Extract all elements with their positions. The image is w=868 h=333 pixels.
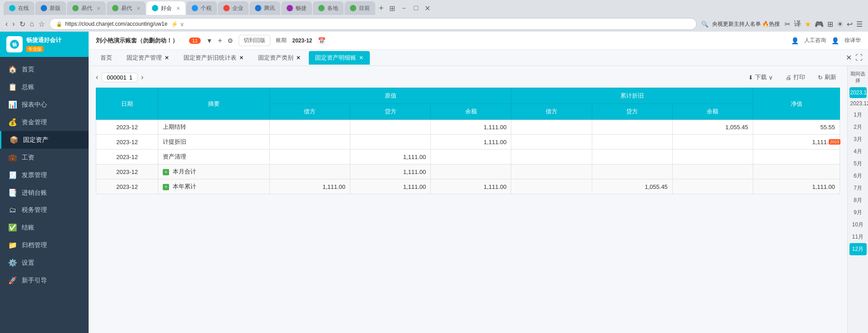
reload-button[interactable]: ↻ [19, 20, 25, 28]
period-item-aug[interactable]: 8月 [849, 194, 867, 206]
sidebar-item-invoice[interactable]: 🧾 发票管理 [0, 166, 89, 184]
period-item-jan[interactable]: 1月 [849, 109, 867, 121]
browser-tab-yidai1[interactable]: 易代 ✕ [67, 1, 106, 15]
tab-grid-icon[interactable]: ⊞ [387, 4, 397, 13]
sidebar-item-home[interactable]: 🏠 首页 [0, 61, 89, 78]
sidebar-item-settings[interactable]: ⚙️ 设置 [0, 254, 89, 272]
th-summary: 摘要 [158, 88, 270, 120]
summary-icon-4: + [163, 184, 169, 190]
calendar-icon[interactable]: 📅 [318, 37, 326, 44]
back-button[interactable]: ‹ [5, 20, 8, 28]
browser-tab-geshui[interactable]: 个税 [186, 1, 217, 15]
switch-version-button[interactable]: 切到旧版 [239, 35, 270, 46]
forward-button[interactable]: › [12, 20, 14, 28]
url-input[interactable]: 🔒 https://cloud.chanjet.com/accounting/u… [49, 18, 696, 30]
period-item-2023-12-2[interactable]: 2023.12 [849, 98, 867, 109]
period-item-oct[interactable]: 10月 [849, 219, 867, 231]
period-item-apr[interactable]: 4月 [849, 145, 867, 158]
sidebar-item-ledger[interactable]: 📋 总账 [0, 78, 89, 96]
add-account-button[interactable]: + [218, 37, 222, 45]
sidebar-item-tax[interactable]: 🗂 税务管理 [0, 202, 89, 219]
tab-depreciation-stat[interactable]: 固定资产折旧统计表 ✕ [177, 51, 250, 65]
grid-icon[interactable]: ⊞ [827, 20, 833, 28]
period-item-may[interactable]: 5月 [849, 158, 867, 170]
star-icon[interactable]: ★ [805, 20, 811, 28]
sidebar-label-archive: 归档管理 [22, 241, 47, 249]
browser-tab-new[interactable]: 新版 [35, 1, 66, 15]
period-item-sep[interactable]: 9月 [849, 206, 867, 219]
browser-tab-haokuaiji[interactable]: 好会 ✕ [146, 1, 185, 15]
refresh-button[interactable]: ↻ 刷新 [814, 71, 840, 83]
sidebar-item-fixed-assets[interactable]: 📦 固定资产 [0, 131, 89, 149]
cell-summary-2: 资产清理 [158, 150, 270, 164]
period-item-mar[interactable]: 3月 [849, 133, 867, 145]
sidebar-item-guide[interactable]: 🚀 新手引导 [0, 272, 89, 289]
tab-fixed-asset-mgmt[interactable]: 固定资产管理 ✕ [120, 51, 175, 65]
brightness-icon[interactable]: ☀ [837, 20, 843, 28]
cell-orig-debit-1 [269, 135, 350, 150]
browser-tab-qiye[interactable]: 企业 [218, 1, 249, 15]
tab-close-fixed-asset-ledger[interactable]: ✕ [359, 55, 363, 61]
bookmark-button[interactable]: ☆ [38, 20, 45, 28]
prev-page-btn[interactable]: ‹ [96, 73, 98, 81]
help-btn[interactable]: 人工咨询 [804, 37, 826, 44]
sidebar-item-reports[interactable]: 📊 报表中心 [0, 96, 89, 113]
brand-edition: 专业版 [26, 44, 61, 52]
period-item-jul[interactable]: 7月 [849, 182, 867, 194]
close-window-btn[interactable]: ✕ [846, 53, 852, 62]
sidebar-item-archive[interactable]: 📁 归档管理 [0, 236, 89, 254]
browser-tab-tencent[interactable]: 腾讯 [250, 1, 280, 15]
period-item-dec[interactable]: 12月 [849, 243, 867, 255]
browser-tab-gedi[interactable]: 各地 [313, 1, 344, 15]
tab-close-depreciation-stat[interactable]: ✕ [239, 55, 244, 61]
search-box[interactable]: 🔍 央视更新主持人名单 🔥热搜 [701, 20, 780, 28]
game-icon[interactable]: 🎮 [815, 20, 824, 28]
browser-tab-changjie[interactable]: 畅捷 [281, 1, 312, 15]
download-button[interactable]: ⬇ 下载 ∨ [745, 71, 777, 83]
period-item-jun[interactable]: 6月 [849, 170, 867, 182]
period-item-2023-12-top[interactable]: 2023.12 [849, 87, 867, 98]
cell-acc-credit-2 [592, 150, 672, 164]
cell-net-value-3 [753, 164, 840, 179]
tab-close-fixed-asset-category[interactable]: ✕ [296, 55, 301, 61]
cell-acc-debit-0 [511, 120, 592, 135]
tab-close-icon[interactable]: ✕ [97, 6, 100, 11]
translate-icon[interactable]: 译 [794, 19, 801, 29]
tab-close-fixed-asset-mgmt[interactable]: ✕ [165, 55, 169, 61]
sidebar-item-finance[interactable]: 💰 资金管理 [0, 113, 89, 131]
tab-fixed-asset-category[interactable]: 固定资产类别 ✕ [252, 51, 307, 65]
sidebar-item-payroll[interactable]: 💼 工资 [0, 149, 89, 166]
table-row: 2023-12 计提折旧 1,111.00 1,111.00 2023 [96, 135, 840, 150]
browser-tab-online[interactable]: 在线 [4, 1, 34, 15]
account-num-badge: 11 [189, 38, 201, 44]
tab-home[interactable]: 首页 [94, 51, 118, 65]
tab-close-icon2[interactable]: ✕ [137, 6, 140, 11]
undo-icon[interactable]: ↩ [847, 20, 853, 28]
cell-orig-debit-0 [269, 120, 350, 135]
cell-orig-balance-3 [431, 164, 511, 179]
period-item-nov[interactable]: 11月 [849, 231, 867, 243]
print-button[interactable]: 🖨 打印 [782, 71, 809, 83]
next-page-btn[interactable]: › [141, 73, 143, 81]
sidebar-item-purchase-sales[interactable]: 📑 进销台账 [0, 184, 89, 202]
settings-button[interactable]: ⚙ [227, 37, 233, 44]
tab-fixed-asset-ledger[interactable]: 固定资产明细账 ✕ [309, 51, 370, 65]
browser-tab-mubiao[interactable]: 目前 [344, 1, 375, 15]
period-item-feb[interactable]: 2月 [849, 121, 867, 133]
maximize-icon[interactable]: □ [411, 4, 421, 12]
menu-icon[interactable]: ☰ [856, 20, 863, 28]
cell-orig-balance-2 [431, 150, 511, 164]
close-icon[interactable]: ✕ [422, 4, 433, 13]
tab-close-active-icon[interactable]: ✕ [176, 6, 180, 11]
home-button[interactable]: ⌂ [30, 20, 34, 28]
browser-tab-yidai2[interactable]: 易代 ✕ [107, 1, 146, 15]
sidebar-item-closing[interactable]: ✅ 结账 [0, 219, 89, 236]
dropdown-button[interactable]: ▼ [206, 37, 212, 44]
expand-window-btn[interactable]: ⛶ [855, 54, 863, 62]
table-row: 2023-12 上期结转 1,111.00 1,055.45 55.55 [96, 120, 840, 135]
scissors-icon[interactable]: ✂ [784, 20, 790, 28]
minimize-icon[interactable]: － [398, 4, 410, 13]
new-tab-button[interactable]: + [376, 4, 387, 13]
sidebar-label-purchase-sales: 进销台账 [22, 189, 47, 197]
settings-nav-icon: ⚙️ [8, 258, 17, 267]
